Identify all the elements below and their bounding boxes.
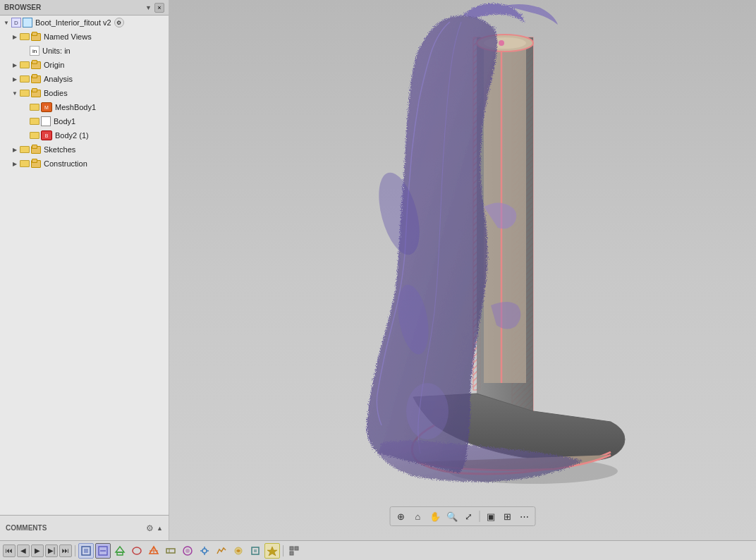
body2-label: Body2 (1) xyxy=(55,131,89,140)
toolbar-sep-2 xyxy=(283,545,284,556)
vp-home-btn[interactable]: ⌂ xyxy=(410,509,426,524)
body2-solid-icon: B xyxy=(41,130,52,140)
vp-grid-btn[interactable]: ⊞ xyxy=(500,509,516,524)
sketches-folder-icon xyxy=(31,146,41,154)
sketches-eye-icon xyxy=(20,146,30,153)
tool-btn-8[interactable] xyxy=(197,543,212,559)
tree-item-sketches[interactable]: ▶ Sketches xyxy=(0,142,169,157)
tree-item-construction[interactable]: ▶ Construction xyxy=(0,157,169,171)
construction-label: Construction xyxy=(44,159,87,168)
svg-rect-22 xyxy=(166,549,175,553)
tool-btn-3[interactable] xyxy=(112,543,128,559)
tool-btn-5[interactable] xyxy=(146,543,161,559)
browser-title: BROWSER xyxy=(4,4,142,11)
tool-btn-4[interactable] xyxy=(129,543,145,559)
svg-point-8 xyxy=(499,40,504,46)
tree-item-origin[interactable]: ▶ Origin xyxy=(0,58,169,72)
tree-item-named-views[interactable]: ▶ Named Views xyxy=(0,30,169,44)
tree-item-meshbody1[interactable]: M MeshBody1 xyxy=(0,100,169,114)
model-container xyxy=(169,0,756,498)
bodies-arrow[interactable]: ▼ xyxy=(11,90,18,97)
bodies-folder-icon xyxy=(31,90,41,97)
svg-marker-16 xyxy=(116,547,124,552)
units-icon: in xyxy=(30,46,39,56)
svg-rect-37 xyxy=(290,552,293,555)
browser-close-btn[interactable]: × xyxy=(154,3,164,13)
doc-cloud-icon xyxy=(23,18,32,28)
body2-eye-icon xyxy=(30,132,39,139)
tree-item-body1[interactable]: Body1 xyxy=(0,114,169,128)
tool-btn-12[interactable] xyxy=(264,543,280,559)
browser-collapse-btn[interactable]: ▼ xyxy=(145,4,152,11)
svg-rect-35 xyxy=(290,547,293,550)
bodies-eye-icon xyxy=(20,90,30,97)
comments-gear-btn[interactable]: ⚙ xyxy=(146,523,154,533)
svg-point-25 xyxy=(185,549,190,553)
vp-more-btn[interactable]: ⋯ xyxy=(517,509,532,524)
named-views-folder-icon xyxy=(31,33,41,41)
named-views-arrow[interactable]: ▶ xyxy=(11,33,18,40)
tool-btn-7[interactable] xyxy=(180,543,195,559)
sketches-arrow[interactable]: ▶ xyxy=(11,146,18,153)
doc-settings-icon[interactable]: ⚙ xyxy=(114,18,124,28)
tree-item-analysis[interactable]: ▶ Analysis xyxy=(0,72,169,86)
viewport[interactable]: ⊕ ⌂ ✋ 🔍 ⤢ ▣ ⊞ ⋯ xyxy=(169,0,756,540)
meshbody1-mesh-icon: M xyxy=(41,102,52,112)
origin-eye-icon xyxy=(20,61,30,68)
tool-btn-10[interactable] xyxy=(231,543,246,559)
comments-panel: COMMENTS ⚙ ▲ xyxy=(0,515,169,540)
tool-btn-11[interactable] xyxy=(248,543,263,559)
origin-label: Origin xyxy=(44,61,64,69)
comments-expand-btn[interactable]: ▲ xyxy=(157,525,163,532)
tool-btn-2[interactable] xyxy=(95,543,111,559)
analysis-eye-icon xyxy=(20,75,30,83)
body1-eye-icon xyxy=(30,118,39,125)
browser-panel: BROWSER ▼ × ▼ D Boot_Interior_fitout v2 … xyxy=(0,0,169,515)
document-item[interactable]: ▼ D Boot_Interior_fitout v2 ⚙ xyxy=(0,16,169,30)
svg-rect-33 xyxy=(254,549,257,552)
nav-play-btn[interactable]: ▶ xyxy=(31,544,44,557)
svg-point-18 xyxy=(133,547,141,554)
tool-btn-13[interactable] xyxy=(286,543,302,559)
origin-arrow[interactable]: ▶ xyxy=(11,61,18,68)
tool-btn-6[interactable] xyxy=(163,543,178,559)
svg-rect-17 xyxy=(117,552,123,555)
analysis-arrow[interactable]: ▶ xyxy=(11,75,18,83)
vp-separator xyxy=(480,511,480,522)
doc-expand-arrow[interactable]: ▼ xyxy=(3,19,10,26)
construction-folder-icon xyxy=(31,160,41,168)
vp-fit-btn[interactable]: ⤢ xyxy=(461,509,477,524)
nav-next-btn[interactable]: ▶| xyxy=(45,544,58,557)
bodies-label: Bodies xyxy=(44,89,68,97)
tree-item-bodies[interactable]: ▼ Bodies xyxy=(0,86,169,100)
vp-pan-btn[interactable]: ⊕ xyxy=(394,509,409,524)
units-label: Units: in xyxy=(42,47,71,55)
tree-item-body2[interactable]: B Body2 (1) xyxy=(0,128,169,142)
browser-header: BROWSER ▼ × xyxy=(0,0,169,16)
document-name: Boot_Interior_fitout v2 xyxy=(35,18,111,27)
toolbar-sep-1 xyxy=(75,545,75,556)
sketches-label: Sketches xyxy=(44,145,75,154)
analysis-label: Analysis xyxy=(44,75,73,83)
body1-icon xyxy=(41,116,51,126)
named-views-eye-icon xyxy=(20,33,30,40)
origin-folder-icon xyxy=(31,61,41,69)
vp-orbit-btn[interactable]: ✋ xyxy=(427,509,443,524)
comments-title: COMMENTS xyxy=(6,524,146,532)
tool-btn-1[interactable] xyxy=(78,543,94,559)
vp-display-btn[interactable]: ▣ xyxy=(483,509,499,524)
nav-last-btn[interactable]: ⏭ xyxy=(59,544,72,557)
named-views-label: Named Views xyxy=(44,32,92,41)
meshbody1-eye-icon xyxy=(30,104,39,111)
analysis-folder-icon xyxy=(31,75,41,83)
nav-prev-btn[interactable]: ◀ xyxy=(17,544,30,557)
svg-rect-36 xyxy=(295,547,298,550)
bottom-toolbar: ⏮ ◀ ▶ ▶| ⏭ xyxy=(0,540,756,560)
vp-zoom-btn[interactable]: 🔍 xyxy=(444,509,460,524)
svg-rect-13 xyxy=(84,549,88,553)
tree-item-units[interactable]: in Units: in xyxy=(0,44,169,58)
construction-arrow[interactable]: ▶ xyxy=(11,160,18,167)
body1-label: Body1 xyxy=(54,117,75,126)
tool-btn-9[interactable] xyxy=(214,543,229,559)
nav-first-btn[interactable]: ⏮ xyxy=(3,544,16,557)
